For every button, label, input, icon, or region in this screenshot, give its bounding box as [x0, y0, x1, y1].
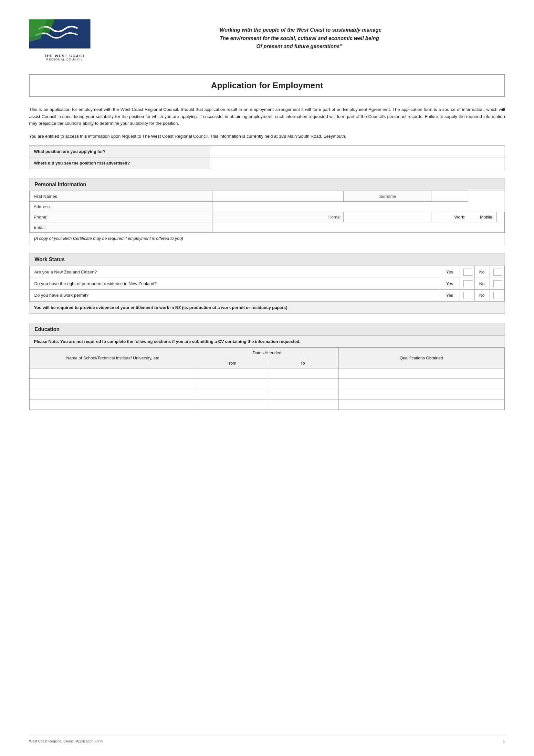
home-phone-input[interactable] [343, 212, 432, 222]
perm-yes-box[interactable] [459, 278, 474, 290]
position-section: What position are you applying for? Wher… [29, 146, 505, 169]
nz-citizen-yes-box[interactable] [459, 266, 474, 278]
body-paragraph-2: You are entitled to access this informat… [29, 133, 505, 140]
nz-citizen-no-box[interactable] [490, 266, 505, 278]
personal-info-table: First Names Surname Address: Phone: Home… [29, 191, 505, 233]
logo-sub: REGIONAL COUNCIL [29, 58, 100, 61]
nz-citizen-question: Are you a New Zealand Citizen? [30, 266, 440, 278]
first-names-label: First Names [30, 191, 213, 202]
address-label: Address: [30, 202, 213, 212]
footer: West Coast Regional Council Application … [29, 736, 505, 743]
permit-yes-label: Yes [440, 290, 459, 301]
email-row: Email: [30, 222, 505, 233]
edu-data-row-1 [30, 368, 505, 379]
page: THE WEST COAST REGIONAL COUNCIL “Working… [0, 0, 534, 756]
home-label: Home: [213, 212, 343, 222]
edu-to-cell-2[interactable] [267, 379, 339, 389]
edu-name-cell-1[interactable] [30, 368, 196, 379]
work-phone-input[interactable] [468, 212, 476, 222]
edu-name-header: Name of School/Technical Institute/ Univ… [30, 348, 196, 368]
work-status-title: Work Status [29, 254, 505, 266]
edu-name-cell-4[interactable] [30, 399, 196, 410]
position-input[interactable] [210, 146, 505, 157]
edu-header-row-1: Name of School/Technical Institute/ Univ… [30, 348, 505, 358]
personal-info-title: Personal Information [29, 178, 505, 191]
logo-name: THE WEST COAST [29, 54, 100, 58]
permit-yes-box[interactable] [459, 290, 474, 301]
perm-no-label: No [474, 278, 490, 290]
surname-label: Surname [343, 191, 432, 202]
mobile-label: Mobile: [476, 212, 496, 222]
logo-area: THE WEST COAST REGIONAL COUNCIL [29, 19, 100, 61]
header-tagline: “Working with the people of the West Coa… [100, 19, 505, 51]
nz-citizen-row: Are you a New Zealand Citizen? Yes No [30, 266, 505, 278]
footer-right: 1 [503, 739, 505, 743]
education-table: Name of School/Technical Institute/ Univ… [29, 347, 505, 410]
work-permit-row: Do you have a work permit? Yes No [30, 290, 505, 301]
edu-qual-header: Qualifications Obtained [338, 348, 505, 368]
work-label: Work: [432, 212, 468, 222]
header: THE WEST COAST REGIONAL COUNCIL “Working… [29, 19, 505, 61]
title-box: Application for Employment [29, 74, 505, 97]
edu-from-header: From [196, 358, 267, 368]
perm-yes-label: Yes [440, 278, 459, 290]
permit-no-label: No [474, 290, 490, 301]
body-paragraph-1: This is an application for employment wi… [29, 106, 505, 127]
nz-citizen-no-label: No [474, 266, 490, 278]
position-row-1: What position are you applying for? [29, 146, 505, 157]
nz-citizen-yes-label: Yes [440, 266, 459, 278]
birth-note: (A copy of your Birth Certificate may be… [29, 233, 505, 244]
edu-to-cell-1[interactable] [267, 368, 339, 379]
edu-name-cell-2[interactable] [30, 379, 196, 389]
perm-no-box[interactable] [490, 278, 505, 290]
edu-dates-header: Dates Attended [196, 348, 338, 358]
edu-name-cell-3[interactable] [30, 389, 196, 399]
edu-qual-cell-2[interactable] [338, 379, 505, 389]
permanent-residence-row: Do you have the right of permanent resid… [30, 278, 505, 290]
first-names-input[interactable] [213, 191, 343, 202]
education-note: Please Note: You are not required to com… [29, 336, 505, 347]
edu-from-cell-1[interactable] [196, 368, 267, 379]
phone-label: Phone: [30, 212, 213, 222]
edu-from-cell-3[interactable] [196, 389, 267, 399]
edu-to-cell-3[interactable] [267, 389, 339, 399]
edu-from-cell-2[interactable] [196, 379, 267, 389]
personal-info-section: Personal Information First Names Surname… [29, 178, 505, 244]
education-title: Education [29, 323, 505, 336]
footer-left: West Coast Regional Council Application … [29, 739, 103, 743]
edu-data-row-2 [30, 379, 505, 389]
edu-to-cell-4[interactable] [267, 399, 339, 410]
position-row-2: Where did you see the position first adv… [29, 157, 505, 169]
edu-qual-cell-4[interactable] [338, 399, 505, 410]
mobile-phone-input[interactable] [496, 212, 504, 222]
work-status-section: Work Status Are you a New Zealand Citize… [29, 253, 505, 314]
edu-data-row-3 [30, 389, 505, 399]
work-status-table: Are you a New Zealand Citizen? Yes No Do… [29, 266, 505, 301]
address-input[interactable] [213, 202, 468, 212]
email-input[interactable] [213, 222, 504, 233]
edu-to-header: To [267, 358, 339, 368]
permanent-residence-question: Do you have the right of permanent resid… [30, 278, 440, 290]
names-row: First Names Surname [30, 191, 505, 202]
education-section: Education Please Note: You are not requi… [29, 323, 505, 410]
advertised-label: Where did you see the position first adv… [29, 157, 210, 169]
advertised-input[interactable] [210, 157, 505, 169]
edu-qual-cell-1[interactable] [338, 368, 505, 379]
address-row: Address: [30, 202, 505, 212]
page-title: Application for Employment [36, 80, 498, 91]
logo-icon [29, 19, 90, 52]
position-label: What position are you applying for? [29, 146, 210, 157]
email-label: Email: [30, 222, 213, 233]
permit-no-box[interactable] [490, 290, 505, 301]
work-status-note: You will be required to provide evidence… [29, 301, 505, 313]
edu-qual-cell-3[interactable] [338, 389, 505, 399]
surname-input[interactable] [432, 191, 468, 202]
phone-row: Phone: Home: Work: Mobile: [30, 212, 505, 222]
edu-data-row-4 [30, 399, 505, 410]
edu-from-cell-4[interactable] [196, 399, 267, 410]
work-permit-question: Do you have a work permit? [30, 290, 440, 301]
